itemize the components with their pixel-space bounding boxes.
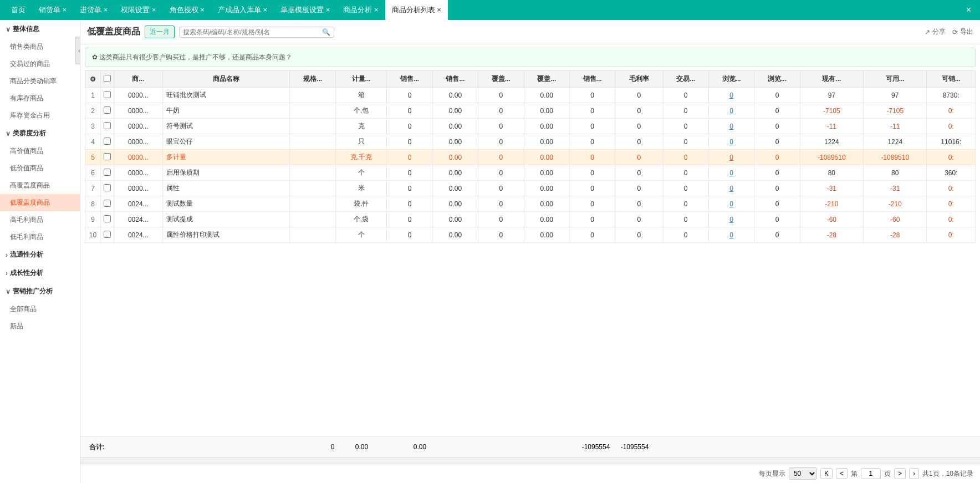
table-container[interactable]: ⚙ 商... 商品名称 规格... 计量... 销售... 销售... 覆盖..… bbox=[85, 70, 976, 436]
col-cover2: 覆盖... bbox=[524, 71, 569, 88]
cell-sales-qty: 0 bbox=[387, 150, 432, 165]
first-page-button[interactable]: K bbox=[820, 468, 833, 479]
period-button[interactable]: 近一月 bbox=[145, 26, 175, 38]
sidebar-item-low-coverage[interactable]: 低覆盖度商品 bbox=[0, 194, 80, 211]
row-checkbox[interactable] bbox=[104, 215, 111, 222]
sidebar-section-growth[interactable]: › 成长性分析 bbox=[0, 264, 80, 282]
cell-cover2: 0.00 bbox=[524, 227, 569, 243]
cell-cover1: 0 bbox=[478, 212, 524, 227]
sidebar-item-high-profit[interactable]: 高毛利商品 bbox=[0, 211, 80, 228]
sidebar-item-stock-goods[interactable]: 有库存商品 bbox=[0, 90, 80, 107]
cell-sales-qty: 0 bbox=[387, 119, 432, 134]
cell-view1[interactable]: 0 bbox=[708, 88, 754, 103]
cell-code: 0000... bbox=[114, 103, 163, 119]
content-header: 低覆盖度商品 近一月 🔍 ↗ 分享 ⟳ 导出 bbox=[80, 20, 980, 44]
info-banner: ✿ 这类商品只有很少客户购买过，是推广不够，还是商品本身问题？ bbox=[85, 48, 976, 67]
cell-view1[interactable]: 0 bbox=[708, 119, 754, 134]
cell-checkbox[interactable] bbox=[101, 150, 114, 165]
row-checkbox[interactable] bbox=[104, 169, 111, 176]
next-page-button[interactable]: > bbox=[894, 468, 906, 479]
nav-product-analysis[interactable]: 商品分析 × bbox=[336, 0, 385, 20]
cell-view1[interactable]: 0 bbox=[708, 181, 754, 196]
cell-view1[interactable]: 0 bbox=[708, 196, 754, 212]
sidebar-section-overall[interactable]: ∨ 整体信息 bbox=[0, 20, 80, 38]
row-checkbox[interactable] bbox=[104, 91, 111, 98]
page-size-select[interactable]: 50 100 200 bbox=[789, 467, 817, 480]
sidebar-section-marketing[interactable]: ∨ 营销推广分析 bbox=[0, 282, 80, 301]
sidebar-section-circulation[interactable]: › 流通性分析 bbox=[0, 246, 80, 264]
cell-view1[interactable]: 0 bbox=[708, 227, 754, 243]
sidebar-item-category-rate[interactable]: 商品分类动销率 bbox=[0, 73, 80, 90]
export-button[interactable]: ⟳ 导出 bbox=[952, 27, 973, 37]
nav-home[interactable]: 首页 bbox=[4, 0, 32, 20]
sidebar-section-cluster[interactable]: ∨ 类群度分析 bbox=[0, 124, 80, 143]
table-header-row: ⚙ 商... 商品名称 规格... 计量... 销售... 销售... 覆盖..… bbox=[85, 71, 976, 88]
cell-view1[interactable]: 0 bbox=[708, 150, 754, 165]
col-checkbox[interactable] bbox=[101, 71, 114, 88]
cell-view1[interactable]: 0 bbox=[708, 134, 754, 150]
sidebar-item-new-goods[interactable]: 新品 bbox=[0, 318, 80, 335]
cell-checkbox[interactable] bbox=[101, 119, 114, 134]
row-checkbox[interactable] bbox=[104, 153, 111, 160]
nav-product-entry[interactable]: 产成品入库单 × bbox=[211, 0, 274, 20]
search-input[interactable] bbox=[183, 28, 322, 36]
row-checkbox[interactable] bbox=[104, 184, 111, 191]
cell-checkbox[interactable] bbox=[101, 196, 114, 212]
share-button[interactable]: ↗ 分享 bbox=[925, 27, 946, 37]
search-icon[interactable]: 🔍 bbox=[322, 28, 330, 36]
col-code: 商... bbox=[114, 71, 163, 88]
last-page-button[interactable]: › bbox=[909, 468, 919, 479]
col-settings[interactable]: ⚙ bbox=[85, 71, 101, 88]
cell-unit: 只 bbox=[335, 134, 387, 150]
cell-sellable: 0: bbox=[927, 103, 976, 119]
page-number-input[interactable] bbox=[861, 468, 881, 479]
sidebar-item-high-value[interactable]: 高价值商品 bbox=[0, 143, 80, 160]
sidebar-item-traded-goods[interactable]: 交易过的商品 bbox=[0, 55, 80, 73]
row-checkbox[interactable] bbox=[104, 231, 111, 238]
row-checkbox[interactable] bbox=[104, 200, 111, 207]
cell-sales-qty: 0 bbox=[387, 134, 432, 150]
sidebar-item-low-value[interactable]: 低价值商品 bbox=[0, 160, 80, 177]
horizontal-scrollbar[interactable] bbox=[80, 457, 980, 464]
row-checkbox[interactable] bbox=[104, 122, 111, 129]
cell-checkbox[interactable] bbox=[101, 88, 114, 103]
sidebar-item-sales-goods[interactable]: 销售类商品 bbox=[0, 38, 80, 55]
row-checkbox[interactable] bbox=[104, 106, 111, 114]
cell-profit-rate: 0 bbox=[615, 119, 663, 134]
sidebar-item-low-profit[interactable]: 低毛利商品 bbox=[0, 228, 80, 246]
select-all-checkbox[interactable] bbox=[104, 75, 111, 82]
cell-unit: 米 bbox=[335, 181, 387, 196]
nav-template-settings[interactable]: 单据模板设置 × bbox=[274, 0, 336, 20]
cell-view1[interactable]: 0 bbox=[708, 103, 754, 119]
nav-analysis-list[interactable]: 商品分析列表 × bbox=[385, 0, 448, 20]
nav-permissions[interactable]: 权限设置 × bbox=[114, 0, 162, 20]
row-checkbox[interactable] bbox=[104, 138, 111, 145]
cell-name: 测试提成 bbox=[162, 212, 290, 227]
sidebar-item-stock-capital[interactable]: 库存资金占用 bbox=[0, 107, 80, 124]
cell-sellable: 0: bbox=[927, 150, 976, 165]
cell-view1[interactable]: 0 bbox=[708, 212, 754, 227]
cell-checkbox[interactable] bbox=[101, 227, 114, 243]
cell-sales3: 0 bbox=[569, 181, 615, 196]
nav-role-auth[interactable]: 角色授权 × bbox=[163, 0, 211, 20]
sidebar-section-cluster-label: 类群度分析 bbox=[13, 129, 46, 138]
cell-checkbox[interactable] bbox=[101, 165, 114, 181]
pagination-bar: 每页显示 50 100 200 K < 第 页 > › 共1页，10条记录 bbox=[80, 464, 980, 483]
sidebar-item-all-goods[interactable]: 全部商品 bbox=[0, 301, 80, 318]
nav-sales-order[interactable]: 销货单 × bbox=[32, 0, 73, 20]
cell-checkbox[interactable] bbox=[101, 134, 114, 150]
cell-view1[interactable]: 0 bbox=[708, 165, 754, 181]
cell-num: 4 bbox=[85, 134, 101, 150]
cell-code: 0000... bbox=[114, 88, 163, 103]
sidebar-item-high-coverage[interactable]: 高覆盖度商品 bbox=[0, 177, 80, 194]
cell-checkbox[interactable] bbox=[101, 181, 114, 196]
col-current-stock: 现有... bbox=[800, 71, 863, 88]
cell-cover2: 0.00 bbox=[524, 103, 569, 119]
cell-checkbox[interactable] bbox=[101, 103, 114, 119]
prev-page-button[interactable]: < bbox=[836, 468, 848, 479]
close-all-tabs[interactable]: × bbox=[962, 5, 976, 15]
main-layout: « ∨ 整体信息 销售类商品 交易过的商品 商品分类动销率 有库存商品 库存资金… bbox=[0, 20, 980, 483]
cell-checkbox[interactable] bbox=[101, 212, 114, 227]
sidebar-collapse-button[interactable]: « bbox=[75, 37, 80, 64]
nav-purchase-order[interactable]: 进货单 × bbox=[73, 0, 114, 20]
